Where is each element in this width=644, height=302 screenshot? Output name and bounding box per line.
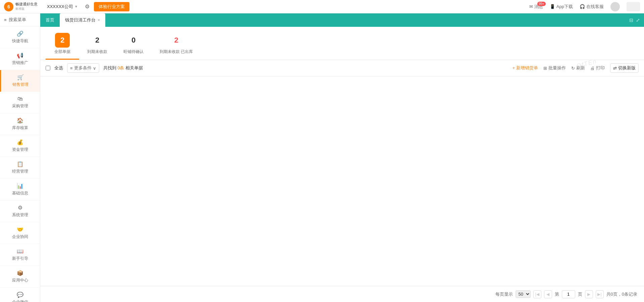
tab-active-label: 钱货日清工作台	[65, 17, 96, 23]
add-button[interactable]: + 新增销货单	[513, 65, 538, 71]
sidebar-search-label: 搜索菜单	[9, 17, 26, 23]
wechat-icon: 💬	[17, 292, 23, 298]
header: 6 畅捷通好生意 标准版 XXXXXX公司 ▼ ⚙ 体验行业方案 ✉ 消息 99…	[0, 0, 644, 13]
logo: 6 畅捷通好生意 标准版	[4, 2, 44, 11]
filter-icon: ≡	[70, 66, 73, 71]
stat-tab-wangpu[interactable]: 0 旺铺待确认	[115, 30, 152, 60]
settings-button[interactable]: ⚙	[83, 3, 91, 11]
prev-page-button[interactable]: ◀	[544, 290, 552, 298]
avatar[interactable]	[610, 2, 620, 11]
company-selector[interactable]: XXXXXX公司 ▼	[44, 4, 80, 10]
tab-home-label: 首页	[46, 17, 54, 23]
stat-label-all: 全部单据	[54, 49, 70, 55]
switch-button[interactable]: ⇄ 切换新版	[610, 63, 639, 73]
sidebar-label-cooperation: 企业协同	[12, 234, 28, 240]
online-service-icon: 🎧	[580, 4, 585, 9]
system-icon: ⚙	[18, 204, 22, 211]
tab-close-icon[interactable]: ×	[98, 18, 100, 22]
app-download-button[interactable]: 📱 App下载	[550, 4, 573, 10]
settings-icon: ⚙	[85, 3, 90, 10]
sidebar-item-system[interactable]: ⚙ 系统管理	[0, 200, 40, 222]
page-size-select[interactable]: 50	[516, 290, 531, 298]
sidebar-label-operations: 经营管理	[12, 169, 28, 174]
filter-arrow-icon: ∨	[93, 66, 96, 71]
sidebar-label-quicknav: 快捷导航	[12, 38, 28, 44]
main-layout: ≡ 搜索菜单 🔗 快捷导航 📢 营销推广 🛒 销售管理 🛍 采购管理 🏠 库存核…	[0, 13, 644, 302]
print-button[interactable]: 🖨 打印	[590, 65, 605, 71]
purchase-icon: 🛍	[17, 96, 23, 102]
sidebar-item-finance[interactable]: 💰 资金管理	[0, 135, 40, 157]
logo-icon: 6	[4, 2, 13, 11]
stat-num-shipped: 2	[169, 33, 184, 48]
bulk-button[interactable]: ⊞ 批量操作	[543, 65, 566, 71]
stat-label-wangpu: 旺铺待确认	[123, 49, 144, 55]
online-service-label: 在线客服	[586, 4, 604, 10]
table-empty	[40, 76, 644, 286]
tab-minimize-icon[interactable]: ⊟	[629, 17, 633, 23]
online-service-button[interactable]: 🎧 在线客服	[580, 4, 604, 10]
sidebar-item-quicknav[interactable]: 🔗 快捷导航	[0, 26, 40, 48]
filter-button[interactable]: ≡ 更多条件 ∨	[67, 63, 99, 73]
message-badge: 99+	[537, 2, 546, 6]
toolbar-right: + 新增销货单 ⊞ 批量操作 ↻ 刷新 🖨 打印 ⇄	[513, 63, 639, 73]
tab-expand-icon[interactable]: ⤢	[636, 17, 640, 23]
print-label: 打印	[596, 65, 605, 71]
sidebar-label-basics: 基础信息	[12, 190, 28, 196]
select-all-label: 全选	[54, 65, 63, 71]
stat-num-overdue: 2	[90, 33, 105, 48]
sidebar-label-guide: 新手引导	[12, 256, 28, 261]
logo-name: 畅捷通好生意	[15, 2, 38, 6]
company-arrow-icon: ▼	[74, 5, 78, 8]
table-area	[40, 76, 644, 286]
refresh-button[interactable]: ↻ 刷新	[571, 65, 585, 71]
message-button[interactable]: ✉ 消息 99+	[529, 4, 543, 10]
logo-tag: 标准版	[15, 7, 38, 11]
page-input[interactable]	[562, 290, 575, 298]
sidebar-item-purchase[interactable]: 🛍 采购管理	[0, 92, 40, 113]
sidebar-item-marketing[interactable]: 📢 营销推广	[0, 48, 40, 70]
sidebar-label-sales: 销售管理	[12, 82, 29, 87]
sidebar-item-basics[interactable]: 📊 基础信息	[0, 179, 40, 200]
stat-tab-shipped[interactable]: 2 到期未收款 已出库	[152, 30, 201, 60]
pagination: 每页显示 50 |◀ ◀ 第 页 ▶ ▶| 共0页，0条记录	[40, 286, 644, 302]
stat-tab-overdue[interactable]: 2 到期未收款	[79, 30, 115, 60]
sidebar-item-inventory[interactable]: 🏠 库存核算	[0, 113, 40, 135]
filter-label: 更多条件	[74, 65, 92, 71]
content-area: 首页 钱货日清工作台 × ⊟ ⤢ 2 全部单据 2 到期未收款	[40, 13, 644, 302]
sidebar-item-operations[interactable]: 📋 经营管理	[0, 157, 40, 179]
industry-button[interactable]: 体验行业方案	[94, 2, 129, 11]
tab-bar: 首页 钱货日清工作台 × ⊟ ⤢	[40, 13, 644, 27]
sidebar: ≡ 搜索菜单 🔗 快捷导航 📢 营销推广 🛒 销售管理 🛍 采购管理 🏠 库存核…	[0, 13, 40, 302]
sidebar-label-inventory: 库存核算	[12, 125, 28, 131]
first-page-button[interactable]: |◀	[533, 290, 541, 298]
guide-icon: 📖	[17, 248, 23, 254]
stat-tab-all[interactable]: 2 全部单据	[46, 30, 79, 60]
sidebar-label-wechat: 企业微信	[12, 299, 28, 302]
sidebar-item-guide[interactable]: 📖 新手引导	[0, 244, 40, 266]
tab-active[interactable]: 钱货日清工作台 ×	[60, 13, 105, 27]
sidebar-search[interactable]: ≡ 搜索菜单	[0, 13, 40, 26]
sidebar-item-wechat[interactable]: 💬 企业微信	[0, 288, 40, 302]
sidebar-item-appstore[interactable]: 📦 应用中心	[0, 266, 40, 288]
sidebar-label-marketing: 营销推广	[12, 60, 28, 66]
inventory-icon: 🏠	[17, 117, 23, 124]
add-label: + 新增销货单	[513, 65, 538, 71]
next-page-button[interactable]: ▶	[585, 290, 593, 298]
sidebar-label-system: 系统管理	[12, 212, 28, 218]
found-prefix: 共找到	[103, 65, 116, 70]
sidebar-item-sales[interactable]: 🛒 销售管理	[0, 70, 40, 92]
user-menu[interactable]	[627, 2, 640, 11]
select-all-checkbox[interactable]	[46, 66, 50, 70]
last-page-button[interactable]: ▶|	[596, 290, 604, 298]
toolbar: 全选 ≡ 更多条件 ∨ 共找到 0条 相关单据 + 新增销货单	[40, 60, 644, 76]
switch-label: 切换新版	[618, 65, 636, 71]
switch-icon: ⇄	[613, 66, 617, 71]
tab-home[interactable]: 首页	[40, 13, 60, 27]
page-size-label: 每页显示	[495, 291, 513, 297]
app-download-icon: 📱	[550, 4, 555, 9]
refresh-icon: ↻	[571, 66, 575, 71]
cooperation-icon: 🤝	[17, 226, 23, 233]
total-label: 共0页，0条记录	[606, 291, 637, 297]
sidebar-item-cooperation[interactable]: 🤝 企业协同	[0, 222, 40, 244]
sidebar-label-finance: 资金管理	[12, 147, 28, 153]
